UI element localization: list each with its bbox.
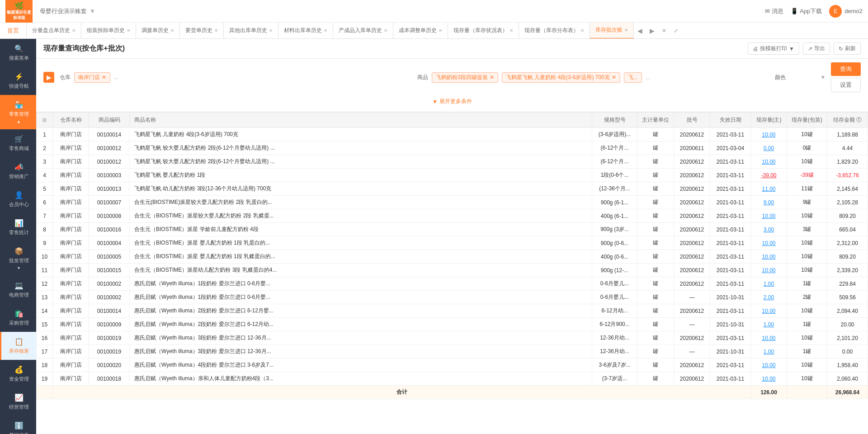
- goods-more[interactable]: ...: [646, 74, 650, 80]
- cell-stock-main[interactable]: 10.00: [751, 128, 787, 142]
- sidebar-item-inventory[interactable]: 📋 库存核算: [0, 332, 36, 360]
- goods-tag1-close[interactable]: ✕: [490, 74, 494, 80]
- goods-tag-2[interactable]: 飞鹤星飞帆 儿童奶粉 4段(3-6岁适用) 700克 ✕: [502, 72, 620, 83]
- tab-close-icon[interactable]: ✕: [624, 28, 628, 33]
- tab-close-all-btn[interactable]: ✕: [658, 28, 670, 34]
- message-btn[interactable]: ✉ 消息: [765, 7, 783, 15]
- tab-close-icon[interactable]: ✕: [384, 28, 387, 33]
- stock-main-link[interactable]: 2.00: [764, 294, 774, 301]
- stock-main-link[interactable]: 10.00: [762, 267, 775, 274]
- goods-tag-1[interactable]: 飞鹤奶粉3段四罐提装 ✕: [432, 72, 498, 83]
- sidebar-item-retail[interactable]: 🏪 零售管理 ▲: [0, 95, 36, 129]
- warehouse-tag-close[interactable]: ✕: [102, 74, 106, 80]
- tab-close-icon[interactable]: ✕: [127, 28, 130, 33]
- stock-main-link[interactable]: 10.00: [762, 376, 775, 382]
- cell-stock-main[interactable]: 10.00: [751, 359, 787, 372]
- cell-stock-main[interactable]: 1.00: [751, 277, 787, 291]
- tab-close-icon[interactable]: ✕: [509, 28, 513, 33]
- stock-main-link[interactable]: 10.00: [762, 254, 775, 260]
- tab-diaoboddan[interactable]: 调拨单历史 ✕: [136, 23, 180, 39]
- stock-main-link[interactable]: 10.00: [762, 240, 775, 246]
- stock-main-link[interactable]: 10.00: [762, 132, 775, 138]
- warehouse-more[interactable]: ...: [114, 74, 118, 80]
- tab-close-icon[interactable]: ✕: [324, 28, 327, 33]
- sidebar-item-finance[interactable]: 💰 资金管理: [0, 360, 36, 388]
- goods-tag2-close[interactable]: ✕: [612, 74, 616, 80]
- stock-main-link[interactable]: 10.00: [762, 213, 775, 219]
- stock-main-link[interactable]: 10.00: [762, 308, 775, 314]
- tab-kucun-status[interactable]: 现存量（库存状况表） ✕: [448, 23, 519, 39]
- stock-main-link[interactable]: 1.00: [764, 281, 774, 287]
- sidebar-item-search[interactable]: 🔍 搜索英单: [0, 39, 36, 67]
- tab-close-icon[interactable]: ✕: [580, 28, 584, 33]
- app-download-btn[interactable]: 📱 App下载: [791, 7, 822, 15]
- cell-stock-main[interactable]: 0.00: [751, 142, 787, 155]
- tab-close-icon[interactable]: ✕: [170, 28, 174, 33]
- sidebar-item-bizmanage[interactable]: 📈 经营管理: [0, 388, 36, 416]
- tab-maximize-btn[interactable]: ⤢: [670, 28, 682, 34]
- cell-stock-main[interactable]: 10.00: [751, 209, 787, 223]
- cell-stock-main[interactable]: 1.00: [751, 345, 787, 359]
- stock-main-link[interactable]: 11.00: [762, 186, 775, 192]
- goods-tag-3[interactable]: 飞...: [624, 72, 642, 83]
- tab-qitachuku[interactable]: 其他出库单历史 ✕: [224, 23, 278, 39]
- print-btn[interactable]: 🖨 按模板打印 ▼: [748, 42, 799, 55]
- cell-stock-main[interactable]: 2.00: [751, 291, 787, 304]
- sidebar-item-ecommerce[interactable]: 💻 电商管理: [0, 276, 36, 304]
- cell-stock-main[interactable]: 10.00: [751, 250, 787, 264]
- sidebar-item-mall[interactable]: 🛒 零售商城: [0, 129, 36, 157]
- cell-stock-main[interactable]: 3.00: [751, 223, 787, 236]
- cell-stock-main[interactable]: 10.00: [751, 155, 787, 169]
- tab-kucun-batch[interactable]: 库存批次账 ✕: [590, 23, 634, 39]
- stock-main-link[interactable]: 1.00: [764, 349, 774, 355]
- sidebar-item-basicinfo[interactable]: ℹ️ 基础信息: [0, 416, 36, 434]
- tab-kucun-dist[interactable]: 现存量（库存分布表） ✕: [519, 23, 590, 39]
- sidebar-item-marketing[interactable]: 📣 营销推广: [0, 157, 36, 185]
- refresh-btn[interactable]: ↻ 刷新: [834, 42, 861, 55]
- color-dropdown-icon[interactable]: ▼: [820, 74, 826, 80]
- stock-main-link[interactable]: 10.00: [762, 362, 775, 368]
- stock-main-link[interactable]: 10.00: [762, 335, 775, 341]
- cell-stock-main[interactable]: 10.00: [751, 264, 787, 277]
- tab-yaohuo[interactable]: 要货单历史 ✕: [180, 23, 224, 39]
- stock-main-link[interactable]: -39.00: [761, 172, 776, 179]
- sidebar-item-wholesale[interactable]: 📦 批发管理 ▼: [0, 241, 36, 276]
- cell-stock-main[interactable]: 9.00: [751, 196, 787, 209]
- tab-home[interactable]: 首页: [0, 23, 27, 39]
- stock-main-link[interactable]: 1.00: [764, 321, 774, 328]
- tab-close-icon[interactable]: ✕: [214, 28, 218, 33]
- warehouse-tag[interactable]: 南岸门店 ✕: [74, 72, 110, 83]
- cell-stock-main[interactable]: 10.00: [751, 304, 787, 318]
- expand-btn[interactable]: ▼ 展开更多条件: [429, 95, 475, 108]
- tab-zuzhuangchaixie[interactable]: 组装拆卸单历史 ✕: [81, 23, 136, 39]
- gear-icon[interactable]: ⚙: [42, 117, 47, 123]
- export-btn[interactable]: ↗ 导出: [803, 42, 830, 55]
- cell-stock-main[interactable]: 10.00: [751, 236, 787, 250]
- tab-cailiaochuku[interactable]: 材料出库单历史 ✕: [278, 23, 333, 39]
- setting-btn[interactable]: 设置: [831, 78, 861, 92]
- cell-stock-main[interactable]: 10.00: [751, 372, 787, 386]
- cell-stock-main[interactable]: -39.00: [751, 169, 787, 182]
- sidebar-item-member[interactable]: 👤 会员中心: [0, 185, 36, 213]
- tab-close-icon[interactable]: ✕: [72, 28, 75, 33]
- filter-toggle-btn[interactable]: ▶: [43, 72, 54, 83]
- sidebar-item-purchase[interactable]: 🛍️ 采购管理: [0, 304, 36, 332]
- stock-main-link[interactable]: 0.00: [764, 145, 774, 151]
- sidebar-item-retail-stats[interactable]: 📊 零售统计: [0, 213, 36, 241]
- cell-stock-main[interactable]: 11.00: [751, 182, 787, 196]
- stock-main-link[interactable]: 9.00: [764, 199, 774, 206]
- tab-prev-btn[interactable]: ◀: [634, 27, 646, 34]
- tab-close-icon[interactable]: ✕: [439, 28, 442, 33]
- stock-main-link[interactable]: 3.00: [764, 226, 774, 233]
- tab-chanpin[interactable]: 产成品入库单历史 ✕: [333, 23, 393, 39]
- breadcrumb[interactable]: 母婴行业演示账套 ▼: [40, 7, 95, 15]
- tab-next-btn[interactable]: ▶: [646, 27, 658, 34]
- stock-main-link[interactable]: 10.00: [762, 159, 775, 165]
- tab-chengben[interactable]: 成本调整单历史 ✕: [393, 23, 448, 39]
- cell-stock-main[interactable]: 1.00: [751, 318, 787, 331]
- tab-fenliangpandian[interactable]: 分量盘点单历史 ✕: [27, 23, 81, 39]
- tab-close-icon[interactable]: ✕: [269, 28, 273, 33]
- sidebar-item-quicknav[interactable]: ⚡ 快捷导航: [0, 67, 36, 95]
- cell-stock-main[interactable]: 10.00: [751, 331, 787, 345]
- query-btn[interactable]: 查询: [831, 62, 861, 76]
